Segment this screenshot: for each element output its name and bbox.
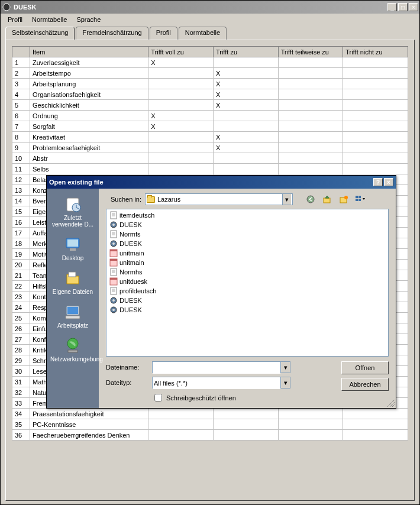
rating-cell[interactable] bbox=[343, 143, 408, 153]
rating-cell[interactable]: X bbox=[148, 121, 214, 132]
look-in-select[interactable]: Lazarus ▾ bbox=[145, 193, 293, 205]
back-icon[interactable] bbox=[305, 193, 316, 205]
close-button[interactable]: × bbox=[409, 3, 418, 11]
places-item[interactable]: Desktop bbox=[49, 231, 96, 265]
menu-normtabelle[interactable]: Normtabelle bbox=[27, 15, 72, 24]
rating-cell[interactable]: X bbox=[148, 57, 214, 68]
dialog-close-button[interactable]: × bbox=[384, 178, 393, 186]
rating-cell[interactable] bbox=[343, 111, 408, 121]
rating-cell[interactable] bbox=[343, 89, 408, 100]
readonly-checkbox[interactable] bbox=[154, 394, 162, 402]
cancel-button[interactable]: Abbrechen bbox=[341, 378, 389, 391]
rating-cell[interactable]: X bbox=[213, 79, 278, 89]
filename-input[interactable] bbox=[153, 362, 280, 374]
file-item[interactable]: Normhs bbox=[108, 267, 387, 277]
rating-cell[interactable] bbox=[278, 153, 343, 164]
menu-sprache[interactable]: Sprache bbox=[72, 15, 105, 24]
file-icon bbox=[109, 267, 118, 277]
rating-cell[interactable] bbox=[343, 430, 408, 441]
tab-profil[interactable]: Profil bbox=[150, 27, 177, 40]
rating-cell[interactable] bbox=[278, 419, 343, 430]
rating-cell[interactable] bbox=[278, 89, 343, 100]
places-item[interactable]: Netzwerkumgebung bbox=[49, 332, 96, 366]
rating-cell[interactable] bbox=[213, 164, 278, 174]
file-item[interactable]: DUESK bbox=[108, 220, 387, 229]
file-item[interactable]: itemdeutsch bbox=[108, 211, 387, 220]
rating-cell[interactable] bbox=[343, 153, 408, 164]
rating-cell[interactable] bbox=[148, 153, 214, 164]
rating-cell[interactable] bbox=[148, 132, 214, 143]
filetype-select[interactable] bbox=[153, 377, 280, 389]
rating-cell[interactable] bbox=[148, 164, 214, 174]
rating-cell[interactable] bbox=[278, 121, 343, 132]
rating-cell[interactable] bbox=[213, 121, 278, 132]
file-item[interactable]: DUESK bbox=[108, 305, 387, 315]
up-icon[interactable] bbox=[321, 193, 333, 205]
rating-cell[interactable]: X bbox=[213, 132, 278, 143]
rating-cell[interactable] bbox=[148, 100, 214, 111]
rating-cell[interactable] bbox=[343, 132, 408, 143]
menu-profil[interactable]: Profil bbox=[3, 15, 27, 24]
tab-normtabelle[interactable]: Normtabelle bbox=[179, 27, 227, 40]
rating-cell[interactable] bbox=[213, 153, 278, 164]
rating-cell[interactable]: X bbox=[213, 100, 278, 111]
file-item[interactable]: unitduesk bbox=[108, 277, 387, 286]
tab-selbsteinschaetzung[interactable]: Selbsteinschätzung bbox=[5, 27, 75, 40]
rating-cell[interactable] bbox=[213, 430, 278, 441]
open-button[interactable]: Öffnen bbox=[341, 361, 389, 374]
rating-cell[interactable] bbox=[343, 100, 408, 111]
rating-cell[interactable] bbox=[278, 143, 343, 153]
file-item[interactable]: profildeutsch bbox=[108, 286, 387, 296]
minimize-button[interactable]: _ bbox=[387, 3, 397, 11]
rating-cell[interactable] bbox=[148, 68, 214, 79]
rating-cell[interactable]: X bbox=[213, 143, 278, 153]
maximize-button[interactable]: □ bbox=[398, 3, 408, 11]
dropdown-arrow-icon[interactable]: ▾ bbox=[282, 194, 291, 205]
file-item[interactable]: unitmain bbox=[108, 248, 387, 258]
rating-cell[interactable] bbox=[213, 409, 278, 419]
view-menu-icon[interactable] bbox=[354, 193, 366, 205]
rating-cell[interactable] bbox=[343, 121, 408, 132]
rating-cell[interactable] bbox=[343, 164, 408, 174]
rating-cell[interactable] bbox=[278, 164, 343, 174]
rating-cell[interactable] bbox=[278, 68, 343, 79]
rating-cell[interactable] bbox=[343, 57, 408, 68]
rating-cell[interactable] bbox=[343, 409, 408, 419]
rating-cell[interactable] bbox=[278, 111, 343, 121]
rating-cell[interactable] bbox=[148, 430, 214, 441]
rating-cell[interactable]: X bbox=[213, 68, 278, 79]
rating-cell[interactable] bbox=[213, 419, 278, 430]
rating-cell[interactable] bbox=[278, 132, 343, 143]
rating-cell[interactable] bbox=[148, 89, 214, 100]
rating-cell[interactable]: X bbox=[148, 111, 214, 121]
file-item[interactable]: unitmain bbox=[108, 258, 387, 267]
rating-cell[interactable] bbox=[278, 430, 343, 441]
file-list[interactable]: itemdeutschDUESKNormfsDUESKunitmainunitm… bbox=[106, 209, 389, 357]
file-item[interactable]: DUESK bbox=[108, 296, 387, 305]
rating-cell[interactable] bbox=[148, 409, 214, 419]
filetype-dropdown-icon[interactable]: ▾ bbox=[280, 377, 290, 388]
rating-cell[interactable]: X bbox=[213, 89, 278, 100]
rating-cell[interactable] bbox=[343, 419, 408, 430]
places-item[interactable]: Zuletzt verwendete D... bbox=[49, 191, 96, 231]
tab-fremdeinschaetzung[interactable]: Fremdeinschätrzung bbox=[76, 27, 148, 40]
new-folder-icon[interactable] bbox=[338, 193, 350, 205]
file-item[interactable]: DUESK bbox=[108, 239, 387, 248]
dialog-help-button[interactable]: ? bbox=[373, 178, 383, 186]
rating-cell[interactable] bbox=[278, 57, 343, 68]
places-item[interactable]: Eigene Dateien bbox=[49, 265, 96, 299]
rating-cell[interactable] bbox=[148, 143, 214, 153]
rating-cell[interactable] bbox=[278, 79, 343, 89]
resize-grip-icon[interactable] bbox=[386, 399, 395, 407]
rating-cell[interactable] bbox=[148, 419, 214, 430]
rating-cell[interactable] bbox=[278, 409, 343, 419]
places-item[interactable]: Arbeitsplatz bbox=[49, 299, 96, 332]
file-item[interactable]: Normfs bbox=[108, 229, 387, 239]
rating-cell[interactable] bbox=[148, 79, 214, 89]
filename-dropdown-icon[interactable]: ▾ bbox=[280, 362, 290, 373]
rating-cell[interactable] bbox=[213, 57, 278, 68]
rating-cell[interactable] bbox=[213, 111, 278, 121]
rating-cell[interactable] bbox=[278, 100, 343, 111]
rating-cell[interactable] bbox=[343, 68, 408, 79]
rating-cell[interactable] bbox=[343, 79, 408, 89]
